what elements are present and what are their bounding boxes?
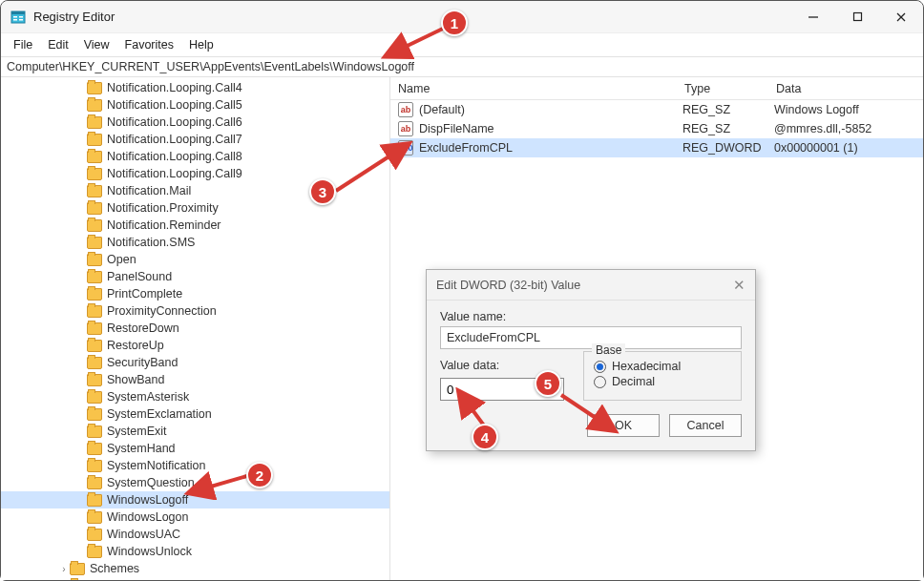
folder-icon: [87, 185, 102, 197]
svg-rect-2: [13, 16, 17, 18]
folder-icon: [87, 219, 102, 232]
value-type-icon: ab: [398, 102, 413, 117]
menu-help[interactable]: Help: [182, 36, 220, 53]
tree-item[interactable]: Notification.SMS: [1, 234, 389, 251]
folder-icon: [87, 305, 102, 318]
menu-favorites[interactable]: Favorites: [118, 36, 180, 53]
folder-icon: [87, 254, 102, 266]
folder-icon: [87, 116, 102, 129]
svg-rect-3: [13, 19, 17, 21]
folder-icon: [87, 134, 102, 146]
tree-item[interactable]: WindowsUAC: [1, 526, 389, 543]
tree-item[interactable]: Notification.Looping.Call7: [1, 131, 389, 148]
tree-item[interactable]: Notification.Looping.Call4: [1, 79, 389, 96]
window-title: Registry Editor: [33, 10, 115, 24]
annotation-badge-5: 5: [535, 370, 561, 397]
tree-item[interactable]: RestoreUp: [1, 337, 389, 354]
folder-icon: [70, 580, 85, 581]
tree-item[interactable]: ShowBand: [1, 371, 389, 388]
radio-hexadecimal[interactable]: Hexadecimal: [594, 360, 731, 373]
annotation-badge-1: 1: [441, 10, 468, 36]
tree-item[interactable]: Notification.Looping.Call6: [1, 114, 389, 131]
svg-rect-1: [11, 11, 25, 14]
col-data[interactable]: Data: [768, 82, 923, 95]
value-type-icon: ab: [398, 121, 413, 136]
annotation-badge-2: 2: [246, 462, 273, 488]
folder-icon: [87, 237, 102, 249]
folder-icon: [87, 322, 102, 335]
tree-item[interactable]: Notification.Looping.Call9: [1, 165, 389, 182]
close-button[interactable]: [879, 1, 923, 33]
col-name[interactable]: Name: [390, 82, 677, 95]
tree-item[interactable]: WindowsLogoff: [1, 491, 389, 508]
radio-decimal[interactable]: Decimal: [594, 375, 731, 388]
tree-item[interactable]: PanelSound: [1, 268, 389, 285]
menu-bar: File Edit View Favorites Help: [1, 33, 923, 56]
maximize-button[interactable]: [835, 1, 879, 33]
folder-icon: [87, 374, 102, 386]
folder-icon: [87, 168, 102, 180]
folder-icon: [87, 477, 102, 489]
tree-item[interactable]: Notification.Looping.Call5: [1, 96, 389, 114]
tree-item[interactable]: Notification.Reminder: [1, 217, 389, 234]
address-text: Computer\HKEY_CURRENT_USER\AppEvents\Eve…: [7, 60, 414, 73]
value-name-field: ExcludeFromCPL: [440, 326, 742, 349]
tree-item[interactable]: SystemNotification: [1, 457, 389, 474]
folder-icon: [87, 425, 102, 438]
tree-item[interactable]: SystemQuestion: [1, 474, 389, 491]
folder-icon: [87, 460, 102, 472]
tree-item[interactable]: ›Console: [1, 577, 389, 580]
tree-item[interactable]: SystemAsterisk: [1, 388, 389, 405]
tree-item[interactable]: ProximityConnection: [1, 302, 389, 320]
value-row[interactable]: ab(Default)REG_SZWindows Logoff: [390, 100, 923, 119]
folder-icon: [87, 529, 102, 541]
folder-icon: [70, 563, 85, 575]
tree-item[interactable]: SystemExclamation: [1, 405, 389, 423]
tree-item[interactable]: RestoreDown: [1, 320, 389, 337]
menu-file[interactable]: File: [7, 36, 39, 53]
svg-rect-4: [19, 16, 23, 18]
base-legend: Base: [592, 343, 625, 357]
menu-edit[interactable]: Edit: [41, 36, 75, 53]
value-name-label: Value name:: [440, 310, 742, 323]
dialog-close-icon[interactable]: ✕: [733, 277, 746, 294]
ok-button[interactable]: OK: [587, 414, 660, 437]
cancel-button[interactable]: Cancel: [669, 414, 742, 437]
tree-item[interactable]: SystemHand: [1, 440, 389, 457]
tree-item[interactable]: WindowsLogon: [1, 508, 389, 526]
folder-icon: [87, 340, 102, 352]
tree-item[interactable]: Notification.Looping.Call8: [1, 148, 389, 165]
svg-rect-5: [19, 19, 23, 21]
menu-view[interactable]: View: [77, 36, 116, 53]
tree-item[interactable]: ›Schemes: [1, 560, 389, 577]
value-row[interactable]: abDispFileNameREG_SZ@mmres.dll,-5852: [390, 119, 923, 138]
folder-icon: [87, 357, 102, 369]
folder-icon: [87, 151, 102, 163]
edit-dword-dialog: Edit DWORD (32-bit) Value ✕ Value name: …: [426, 269, 756, 451]
tree-item[interactable]: PrintComplete: [1, 285, 389, 302]
folder-icon: [87, 443, 102, 455]
folder-icon: [87, 82, 102, 94]
tree-pane[interactable]: Notification.Looping.Call4Notification.L…: [1, 77, 390, 580]
annotation-badge-3: 3: [309, 178, 336, 205]
folder-icon: [87, 99, 102, 112]
folder-icon: [87, 271, 102, 283]
dialog-titlebar: Edit DWORD (32-bit) Value ✕: [427, 270, 755, 301]
tree-item[interactable]: SystemExit: [1, 423, 389, 440]
tree-item[interactable]: SecurityBand: [1, 354, 389, 371]
address-bar[interactable]: Computer\HKEY_CURRENT_USER\AppEvents\Eve…: [1, 56, 923, 77]
folder-icon: [87, 202, 102, 215]
folder-icon: [87, 511, 102, 524]
base-group: Base Hexadecimal Decimal: [583, 351, 742, 401]
folder-icon: [87, 546, 102, 558]
tree-item[interactable]: Open: [1, 251, 389, 268]
value-type-icon: 110: [398, 140, 413, 156]
value-row[interactable]: 110ExcludeFromCPLREG_DWORD0x00000001 (1): [390, 138, 923, 157]
window-controls: [791, 1, 923, 33]
list-header: Name Type Data: [390, 77, 923, 100]
tree-item[interactable]: WindowsUnlock: [1, 543, 389, 560]
regedit-icon: [10, 10, 26, 25]
svg-rect-7: [853, 13, 861, 21]
col-type[interactable]: Type: [677, 82, 768, 95]
minimize-button[interactable]: [791, 1, 835, 33]
